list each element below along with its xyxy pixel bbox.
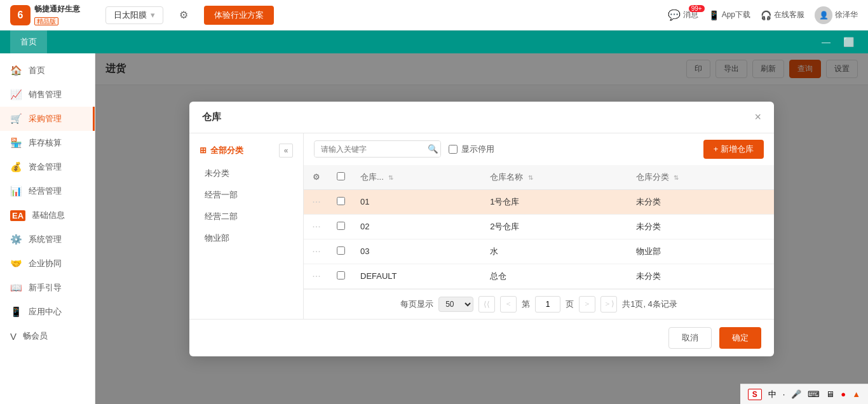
row-category: 未分类	[628, 214, 774, 239]
row-actions-icon[interactable]: ···	[312, 271, 320, 281]
user-item[interactable]: 👤 徐泽华	[815, 6, 858, 24]
sort-icon-code: ⇅	[388, 174, 393, 181]
search-input[interactable]	[315, 142, 423, 157]
new-warehouse-button[interactable]: + 新增仓库	[703, 140, 764, 159]
modal-title: 仓库	[202, 111, 221, 123]
sidebar: 🏠 首页 📈 销售管理 🛒 采购管理 🏪 库存核算 💰 资金管理 📊 经营管理 …	[0, 53, 95, 404]
system-icon: ⚙️	[10, 234, 22, 245]
row-checkbox[interactable]	[337, 271, 345, 279]
sidebar-item-sales[interactable]: 📈 销售管理	[0, 83, 95, 107]
row-actions-cell: ···	[304, 264, 329, 288]
row-name: 总仓	[482, 264, 628, 288]
subnav-home[interactable]: 首页	[10, 30, 47, 53]
sort-icon-category: ⇅	[674, 174, 679, 181]
row-name: 水	[482, 239, 628, 264]
show-disabled-checkbox[interactable]	[449, 145, 458, 154]
row-name: 2号仓库	[482, 214, 628, 239]
purchase-icon: 🛒	[10, 113, 22, 125]
modal-footer: 取消 确定	[189, 319, 774, 356]
pagination-bar: 每页显示 50 100 ⟨⟨ ＜ 第 页 ＞ ＞⟩	[304, 289, 774, 319]
logo-icon: 6	[10, 5, 31, 25]
taskbar-dot: ·	[783, 389, 785, 399]
row-checkbox-cell	[329, 264, 353, 288]
app-download-item[interactable]: 📱 App下载	[709, 10, 750, 20]
search-icon-button[interactable]: 🔍	[423, 141, 441, 157]
data-table: ⚙ 仓库... ⇅	[304, 165, 774, 289]
inventory-icon: 🏪	[10, 137, 22, 149]
cancel-button[interactable]: 取消	[668, 327, 712, 349]
table-row[interactable]: ··· 03 水 物业部	[304, 239, 774, 264]
row-actions-icon[interactable]: ···	[312, 221, 320, 232]
header-center: 日太阳膜 ▾ ⚙ 体验行业方案	[105, 5, 668, 25]
settings-icon[interactable]: ⚙	[173, 5, 194, 25]
sidebar-item-inventory[interactable]: 🏪 库存核算	[0, 131, 95, 155]
taskbar-mic[interactable]: 🎤	[791, 389, 801, 399]
phone-icon: 📱	[709, 10, 719, 20]
category-all[interactable]: ⊞ 全部分类 «	[189, 138, 303, 163]
appcenter-icon: 📱	[10, 306, 22, 318]
category-item-dept2[interactable]: 经营二部	[189, 206, 303, 227]
page-label: 第	[522, 299, 530, 310]
search-input-wrap: 🔍	[314, 140, 441, 158]
sidebar-item-system[interactable]: ⚙️ 系统管理	[0, 227, 95, 252]
guide-icon: 📖	[10, 282, 22, 293]
page-input[interactable]	[535, 296, 560, 313]
warehouse-modal: 仓库 × ⊞ 全部分类 « 未分类 经营一部 经营二部	[189, 102, 774, 356]
maximize-button[interactable]: ⬜	[839, 36, 858, 48]
main-content: 进货 印 导出 刷新 查询 设置	[95, 53, 868, 404]
row-checkbox[interactable]	[337, 222, 345, 230]
category-item-property[interactable]: 物业部	[189, 227, 303, 249]
modal-close-button[interactable]: ×	[754, 111, 761, 124]
sidebar-item-guide[interactable]: 📖 新手引导	[0, 276, 95, 300]
category-collapse-button[interactable]: «	[279, 144, 293, 158]
taskbar-lang[interactable]: 中	[768, 389, 776, 400]
table-row[interactable]: ··· 01 1号仓库 未分类	[304, 189, 774, 214]
sidebar-item-home[interactable]: 🏠 首页	[0, 58, 95, 83]
store-selector[interactable]: 日太阳膜 ▾	[105, 6, 163, 24]
sidebar-item-purchase[interactable]: 🛒 采购管理	[0, 107, 95, 131]
sidebar-item-member[interactable]: V 畅会员	[0, 324, 95, 348]
sort-icon-name: ⇅	[528, 174, 533, 181]
home-icon: 🏠	[10, 65, 22, 76]
modal-header: 仓库 ×	[189, 102, 774, 133]
page-label2: 页	[566, 299, 574, 310]
trial-button[interactable]: 体验行业方案	[204, 6, 274, 25]
minimize-button[interactable]: —	[818, 36, 834, 48]
online-service-item[interactable]: 🎧 在线客服	[761, 10, 804, 20]
sidebar-item-enterprise[interactable]: 🤝 企业协同	[0, 252, 95, 276]
row-code: DEFAULT	[353, 264, 482, 288]
first-page-button[interactable]: ⟨⟨	[478, 296, 495, 313]
row-checkbox[interactable]	[337, 197, 345, 205]
main-layout: 🏠 首页 📈 销售管理 🛒 采购管理 🏪 库存核算 💰 资金管理 📊 经营管理 …	[0, 53, 868, 404]
next-page-button[interactable]: ＞	[579, 296, 595, 313]
message-item[interactable]: 💬 消息 99+	[668, 9, 698, 21]
sub-header: 首页 — ⬜	[0, 30, 868, 53]
last-page-button[interactable]: ＞⟩	[600, 296, 617, 313]
per-page-select[interactable]: 50 100	[438, 297, 473, 312]
row-code: 01	[353, 189, 482, 214]
row-checkbox-cell	[329, 189, 353, 214]
row-code: 02	[353, 214, 482, 239]
table-row[interactable]: ··· 02 2号仓库 未分类	[304, 214, 774, 239]
row-category: 物业部	[628, 239, 774, 264]
taskbar-keyboard[interactable]: ⌨	[808, 389, 820, 399]
row-actions-icon[interactable]: ···	[312, 246, 320, 257]
taskbar: S 中 · 🎤 ⌨ 🖥 ● ▲	[740, 384, 868, 404]
category-item-unclassified[interactable]: 未分类	[189, 163, 303, 184]
sidebar-item-basic[interactable]: EA 基础信息	[0, 203, 95, 227]
sidebar-item-operation[interactable]: 📊 经营管理	[0, 179, 95, 203]
category-item-dept1[interactable]: 经营一部	[189, 184, 303, 206]
row-actions-icon[interactable]: ···	[312, 196, 320, 207]
taskbar-monitor[interactable]: 🖥	[826, 389, 834, 399]
prev-page-button[interactable]: ＜	[500, 296, 517, 313]
sidebar-item-finance[interactable]: 💰 资金管理	[0, 155, 95, 179]
row-checkbox[interactable]	[337, 246, 345, 255]
row-actions-cell: ···	[304, 239, 329, 264]
select-all-checkbox[interactable]	[337, 172, 345, 180]
sidebar-item-appcenter[interactable]: 📱 应用中心	[0, 300, 95, 324]
confirm-button[interactable]: 确定	[719, 327, 761, 349]
table-row[interactable]: ··· DEFAULT 总仓 未分类	[304, 264, 774, 288]
avatar: 👤	[815, 6, 832, 24]
row-category: 未分类	[628, 264, 774, 288]
top-header: 6 畅捷通好生意 精品版 日太阳膜 ▾ ⚙ 体验行业方案 💬 消息 99+ 📱 …	[0, 0, 868, 30]
